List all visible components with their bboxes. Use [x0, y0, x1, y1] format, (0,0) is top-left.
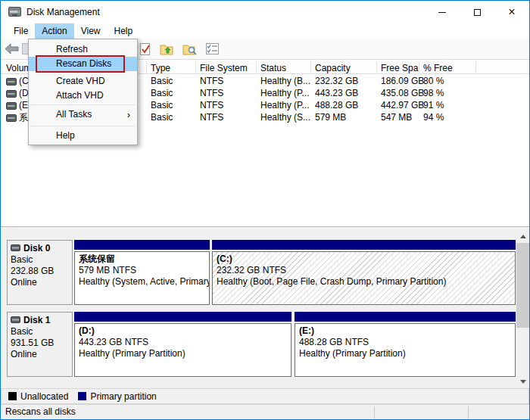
partition-label: (C:) — [217, 254, 513, 265]
cell-status: Healthy (P... — [260, 87, 309, 99]
scroll-down-icon[interactable] — [516, 375, 529, 388]
partition-label: 系统保留 — [79, 254, 207, 265]
disk1-size: 931.51 GB — [11, 338, 69, 349]
disk-management-window: Disk Management × File Action View Help — [0, 0, 530, 420]
menu-item-attach-vhd[interactable]: Attach VHD — [29, 89, 137, 103]
partition-label: (E:) — [299, 325, 513, 337]
cell-free-space: 435.08 GB — [381, 87, 424, 99]
partition-size: 232.32 GB NTFS — [217, 265, 513, 276]
annotation-rescan-disks-highlight — [36, 55, 125, 73]
header-capacity[interactable]: Capacity — [311, 61, 377, 74]
minimize-icon — [438, 12, 446, 13]
close-icon: × — [508, 6, 515, 18]
window-title: Disk Management — [26, 7, 100, 17]
menu-item-all-tasks[interactable]: All Tasks › — [29, 107, 137, 122]
disk-icon — [11, 315, 20, 326]
menu-separator — [31, 104, 135, 105]
properties-list-icon[interactable] — [206, 43, 219, 57]
cell-status: Healthy (B... — [260, 75, 310, 87]
menu-view[interactable]: View — [74, 23, 108, 39]
unallocated-swatch — [8, 392, 17, 400]
partition-system-reserved[interactable]: 系统保留 579 MB NTFS Healthy (System, Active… — [74, 240, 210, 305]
disk1-label[interactable]: Disk 1 Basic 931.51 GB Online — [7, 312, 73, 377]
cell-status: Healthy (P... — [260, 99, 309, 111]
partition-status: Healthy (Boot, Page File, Crash Dump, Pr… — [217, 276, 513, 288]
partition-size: 443.23 GB NTFS — [79, 337, 289, 348]
cell-type: Basic — [151, 99, 173, 111]
legend-bar: Unallocated Primary partition — [1, 388, 529, 404]
cell-type: Basic — [151, 111, 173, 123]
cell-type: Basic — [151, 75, 173, 87]
header-pct-free[interactable]: % Free — [419, 61, 476, 74]
title-bar: Disk Management × — [1, 1, 529, 23]
cell-free-space: 442.97 GB — [381, 99, 424, 111]
cell-pct-free: 94 % — [423, 111, 444, 123]
drive-icon — [6, 114, 17, 124]
cell-capacity: 443.23 GB — [315, 87, 358, 99]
disk1-status: Online — [11, 349, 69, 360]
action-menu: Refresh Rescan Disks Create VHD Attach V… — [28, 39, 138, 145]
cell-file-system: NTFS — [200, 111, 223, 123]
partition-type-bar — [212, 240, 516, 250]
unallocated-label: Unallocated — [20, 391, 68, 402]
scroll-up-icon[interactable] — [516, 230, 529, 243]
check-disk-icon[interactable] — [139, 43, 151, 58]
menu-action[interactable]: Action — [35, 23, 73, 39]
partition-c[interactable]: (C:) 232.32 GB NTFS Healthy (Boot, Page … — [212, 240, 516, 305]
maximize-button[interactable] — [460, 1, 494, 23]
drive-icon — [6, 77, 17, 88]
cell-pct-free: 80 % — [423, 75, 444, 87]
maximize-icon — [474, 9, 481, 16]
cell-capacity: 579 MB — [315, 111, 346, 123]
folder-search-icon[interactable] — [182, 43, 197, 58]
status-divider — [468, 406, 469, 418]
cell-pct-free: 98 % — [423, 87, 444, 99]
primary-partition-label: Primary partition — [90, 391, 156, 402]
submenu-arrow-icon: › — [127, 107, 130, 122]
back-icon[interactable] — [5, 43, 19, 57]
close-button[interactable]: × — [494, 1, 529, 23]
partition-d[interactable]: (D:) 443.23 GB NTFS Healthy (Primary Par… — [74, 312, 292, 377]
cell-free-space: 547 MB — [381, 111, 412, 123]
header-free-space[interactable]: Free Spa... — [377, 61, 419, 74]
cell-file-system: NTFS — [200, 87, 223, 99]
menu-bar: File Action View Help — [1, 23, 529, 39]
partition-e[interactable]: (E:) 488.28 GB NTFS Healthy (Primary Par… — [295, 312, 516, 377]
disk1-name: Disk 1 — [23, 315, 50, 326]
disk0-status: Online — [11, 277, 69, 288]
menu-item-create-vhd[interactable]: Create VHD — [29, 74, 137, 89]
scrollbar-thumb[interactable] — [516, 243, 529, 328]
cell-type: Basic — [151, 87, 173, 99]
window-controls: × — [425, 1, 529, 23]
disk0-size: 232.88 GB — [11, 266, 69, 277]
header-file-system[interactable]: File System — [196, 61, 257, 74]
cell-file-system: NTFS — [200, 75, 223, 87]
cell-status: Healthy (S... — [260, 111, 310, 123]
drive-icon — [6, 101, 17, 112]
menu-item-help[interactable]: Help — [29, 129, 137, 143]
folder-up-icon[interactable] — [160, 43, 173, 58]
menu-help[interactable]: Help — [108, 23, 140, 39]
minimize-button[interactable] — [425, 1, 460, 23]
header-status[interactable]: Status — [257, 61, 311, 74]
status-bar: Rescans all disks — [1, 404, 529, 419]
vertical-scrollbar[interactable] — [516, 230, 529, 388]
primary-partition-swatch — [78, 392, 86, 400]
status-text: Rescans all disks — [5, 406, 76, 417]
disk0-name: Disk 0 — [23, 243, 50, 254]
drive-icon — [6, 89, 17, 100]
partition-size: 579 MB NTFS — [79, 265, 207, 276]
status-divider — [374, 406, 375, 418]
menu-file[interactable]: File — [7, 23, 35, 39]
cell-free-space: 186.09 GB — [381, 75, 424, 87]
cell-file-system: NTFS — [200, 99, 223, 111]
partition-type-bar — [74, 312, 292, 322]
partition-label: (D:) — [79, 325, 289, 337]
header-type[interactable]: Type — [147, 61, 196, 74]
cell-capacity: 488.28 GB — [315, 99, 358, 111]
disk0-label[interactable]: Disk 0 Basic 232.88 GB Online — [7, 240, 73, 305]
cell-pct-free: 91 % — [423, 99, 444, 111]
partition-status: Healthy (System, Active, Primary — [79, 276, 207, 288]
graphical-view: Disk 0 Basic 232.88 GB Online 系统保留 579 M… — [1, 230, 529, 388]
disk-icon — [11, 243, 20, 254]
